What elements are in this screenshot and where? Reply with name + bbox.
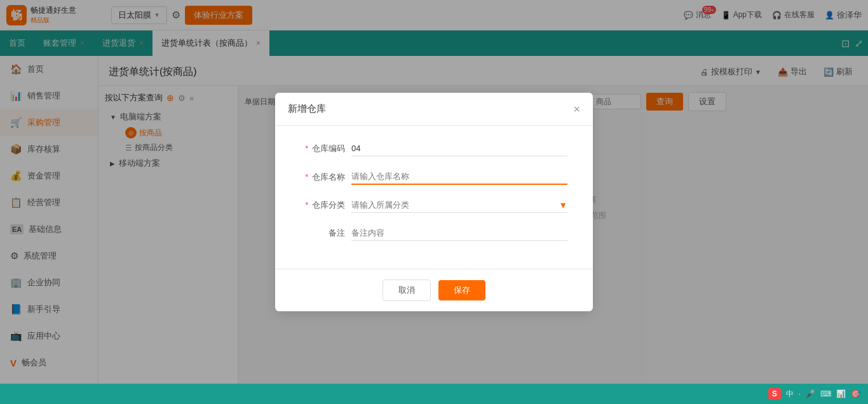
category-label: * 仓库分类 <box>301 199 345 211</box>
code-label: * 仓库编码 <box>301 143 345 154</box>
form-row-note: 备注 <box>301 226 567 241</box>
modal-body: * 仓库编码 * 仓库名称 * 仓库分类 <box>275 126 593 269</box>
modal-overlay: 新增仓库 × * 仓库编码 * 仓库名称 <box>0 0 868 404</box>
form-row-category: * 仓库分类 ▼ <box>301 198 567 213</box>
status-dot: · <box>799 389 801 398</box>
name-input[interactable] <box>351 169 567 185</box>
modal-header: 新增仓库 × <box>275 93 593 126</box>
status-mic[interactable]: 🎤 <box>806 389 815 398</box>
modal-title: 新增仓库 <box>288 103 326 115</box>
form-row-code: * 仓库编码 <box>301 141 567 156</box>
note-input[interactable] <box>351 226 567 241</box>
category-input[interactable] <box>351 198 567 213</box>
status-keyboard[interactable]: ⌨ <box>820 389 831 398</box>
status-s-logo: S <box>768 388 781 400</box>
add-warehouse-modal: 新增仓库 × * 仓库编码 * 仓库名称 <box>275 93 593 311</box>
status-cn[interactable]: 中 <box>786 389 794 400</box>
form-row-name: * 仓库名称 <box>301 169 567 185</box>
status-chart[interactable]: 📊 <box>836 389 846 398</box>
category-select-wrapper: ▼ <box>351 198 567 213</box>
name-label: * 仓库名称 <box>301 172 345 183</box>
code-input[interactable] <box>351 141 567 156</box>
modal-footer: 取消 保存 <box>275 269 593 311</box>
note-label: 备注 <box>301 227 345 239</box>
cancel-button[interactable]: 取消 <box>383 279 431 301</box>
status-target[interactable]: 🎯 <box>851 389 860 398</box>
save-button[interactable]: 保存 <box>438 280 485 300</box>
modal-close-button[interactable]: × <box>573 104 580 115</box>
status-bar: S 中 · 🎤 ⌨ 📊 🎯 <box>0 384 868 404</box>
